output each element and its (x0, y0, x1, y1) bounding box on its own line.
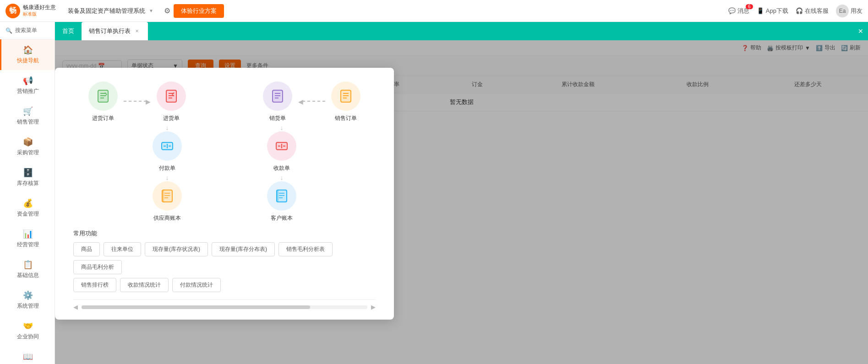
search-menu-button[interactable]: 🔍 搜索菜单 (0, 22, 55, 39)
customer-account-circle (267, 181, 296, 211)
payment-bill-circle (153, 131, 182, 161)
sidebar-item-label: 基础信息 (17, 272, 39, 279)
func-btn-product[interactable]: 商品 (73, 242, 100, 256)
func-btn-payment-stats[interactable]: 付款情况统计 (172, 278, 221, 292)
sidebar-item-purchase[interactable]: 📦 采购管理 (0, 131, 55, 162)
close-all-tabs-button[interactable]: ✕ (853, 22, 868, 40)
func-btn-sales-profit[interactable]: 销售毛利分析表 (278, 242, 333, 256)
scroll-right-icon[interactable]: ▶ (371, 304, 376, 310)
box-icon: 📦 (23, 137, 33, 147)
sidebar-item-system[interactable]: ⚙️ 系统管理 (0, 285, 55, 315)
func-btn-inventory-dist[interactable]: 现存量(库存分布表) (212, 242, 275, 256)
sidebar-item-base-info[interactable]: 📋 基础信息 (0, 254, 55, 285)
scroll-track (82, 305, 367, 309)
supplier-account-label: 供应商账本 (153, 214, 181, 222)
func-buttons-row1: 商品 往来单位 现存量(库存状况表) 现存量(库存分布表) 销售毛利分析表 商品… (73, 242, 376, 274)
func-btn-counterpart[interactable]: 往来单位 (104, 242, 141, 256)
flow-node-payment-bill[interactable]: 付款单 (147, 131, 188, 172)
message-button[interactable]: 💬 消息 6 (728, 7, 749, 15)
app-download-label: App下载 (766, 7, 788, 15)
flow-node-receipt-bill[interactable]: 收款单 (261, 131, 302, 172)
cart-icon: 🛒 (23, 106, 33, 116)
sidebar-item-label: 系统管理 (17, 302, 39, 310)
supplier-account-circle (153, 181, 182, 211)
home-icon: 🏠 (23, 45, 33, 55)
sidebar-item-operations[interactable]: 📊 经营管理 (0, 223, 55, 254)
scroll-thumb (82, 305, 310, 309)
settings-button[interactable]: ⚙ (161, 5, 174, 17)
flow-node-sales-bill[interactable]: 销货单 (257, 81, 298, 122)
sidebar-item-quick-nav[interactable]: 🏠 快捷导航 (0, 39, 55, 70)
func-btn-product-profit[interactable]: 商品毛利分析 (73, 260, 122, 274)
receipt-bill-circle (267, 131, 296, 161)
money-icon: 💰 (23, 198, 33, 208)
tab-sales-order[interactable]: 销售订单执行表 × (82, 22, 148, 40)
system-name: 装备及固定资产辅助管理系统 (68, 7, 145, 15)
message-icon: 💬 (728, 7, 736, 14)
flow-node-sales-order[interactable]: 销售订单 (325, 81, 366, 122)
flow-popup: 进货订单 ▶ 进货单 (55, 68, 394, 320)
scroll-left-icon[interactable]: ◀ (73, 304, 78, 310)
tab-home-label: 首页 (62, 27, 74, 35)
func-btn-receipt-stats[interactable]: 收款情况统计 (120, 278, 169, 292)
search-icon: 🔍 (5, 27, 12, 34)
purchase-bill-circle (157, 81, 186, 111)
sidebar-item-label: 营销推广 (17, 87, 39, 95)
receipt-bill-label: 收款单 (273, 164, 290, 172)
content-area: 首页 销售订单执行表 × ✕ ❓ 帮助 🖨️ 按模板打印 (55, 22, 868, 364)
online-service-label: 在线客服 (805, 7, 829, 15)
sales-order-label: 销售订单 (335, 114, 357, 122)
logo-line1: 畅康通好生意 (23, 4, 56, 11)
message-badge: 6 (746, 4, 753, 9)
tab-home[interactable]: 首页 (55, 22, 82, 40)
purchase-bill-label: 进货单 (163, 114, 180, 122)
logo-line2: 标准版 (23, 11, 56, 17)
service-icon: 🎧 (796, 7, 803, 14)
sales-order-circle (331, 81, 360, 111)
online-service-button[interactable]: 🎧 在线客服 (796, 7, 829, 15)
header-right: 💬 消息 6 📱 App下载 🎧 在线客服 Ea 用友 (728, 5, 863, 17)
flow-node-purchase-order[interactable]: 进货订单 (82, 81, 124, 122)
sidebar-item-inventory[interactable]: 🗄️ 库存核算 (0, 162, 55, 193)
sidebar: 🔍 搜索菜单 🏠 快捷导航 📢 营销推广 🛒 销售管理 📦 采购管理 🗄️ 库存… (0, 22, 55, 364)
system-selector[interactable]: 装备及固定资产辅助管理系统 ▼ (60, 7, 161, 15)
avatar-text: Ea (839, 8, 846, 14)
main-content: ❓ 帮助 🖨️ 按模板打印 ▼ ⬆️ 导出 🔄 刷新 (55, 40, 868, 364)
chart-icon: 📊 (23, 229, 33, 239)
download-icon: 📱 (757, 7, 764, 14)
arrow-sales-order-to-bill: ◀ (298, 90, 325, 114)
inventory-icon: 🗄️ (23, 168, 33, 178)
tab-bar: 首页 销售订单执行表 × ✕ (55, 22, 868, 40)
flow-node-supplier-account[interactable]: 供应商账本 (147, 181, 188, 222)
popup-overlay[interactable]: 进货订单 ▶ 进货单 (55, 40, 868, 364)
sidebar-item-newcomer[interactable]: 📖 新手引导 (0, 346, 55, 364)
sidebar-item-finance[interactable]: 💰 资金管理 (0, 193, 55, 223)
app-download-button[interactable]: 📱 App下载 (757, 7, 788, 15)
tab-close-icon[interactable]: × (133, 27, 141, 35)
main-layout: 🔍 搜索菜单 🏠 快捷导航 📢 营销推广 🛒 销售管理 📦 采购管理 🗄️ 库存… (0, 22, 868, 364)
sidebar-item-enterprise[interactable]: 🤝 企业协同 (0, 315, 55, 346)
sidebar-item-marketing[interactable]: 📢 营销推广 (0, 70, 55, 101)
sidebar-item-sales[interactable]: 🛒 销售管理 (0, 101, 55, 131)
flow-node-purchase-bill[interactable]: 进货单 (151, 81, 192, 122)
search-menu-label: 搜索菜单 (15, 27, 37, 34)
megaphone-icon: 📢 (23, 76, 33, 86)
logo-icon: 畅 (5, 4, 20, 18)
top-header: 畅 畅康通好生意 标准版 装备及固定资产辅助管理系统 ▼ ⚙ 体验行业方案 💬 … (0, 0, 868, 22)
chevron-down-icon: ▼ (149, 8, 153, 13)
func-btn-sales-rank[interactable]: 销售排行榜 (73, 278, 116, 292)
sales-bill-label: 销货单 (269, 114, 286, 122)
trial-button[interactable]: 体验行业方案 (174, 4, 224, 18)
sidebar-item-label: 快捷导航 (17, 57, 39, 65)
purchase-order-circle (88, 81, 118, 111)
flow-node-customer-account[interactable]: 客户账本 (261, 181, 302, 222)
user-menu[interactable]: Ea 用友 (836, 5, 863, 17)
func-btn-inventory-status[interactable]: 现存量(库存状况表) (145, 242, 208, 256)
popup-scrollbar[interactable]: ◀ ▶ (73, 299, 376, 310)
sales-bill-circle (263, 81, 292, 111)
sidebar-item-label: 经营管理 (17, 241, 39, 249)
sidebar-item-label: 库存核算 (17, 179, 39, 187)
avatar: Ea (836, 5, 849, 17)
system-icon: ⚙️ (23, 290, 33, 300)
clipboard-icon: 📋 (23, 260, 33, 270)
